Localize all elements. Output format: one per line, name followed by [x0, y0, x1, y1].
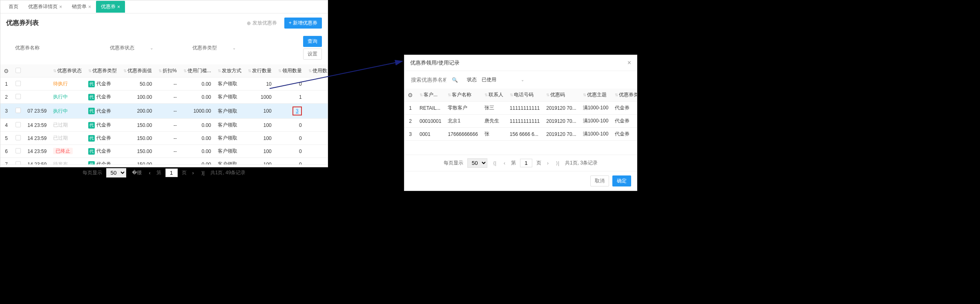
per-page-select[interactable]: 50 [467, 158, 487, 168]
page-input[interactable] [165, 169, 178, 177]
table-row[interactable]: 2 00010001 北京1 唐先生 11111111111 2019120 7… [404, 115, 637, 128]
type-badge: 代代金券 [88, 80, 111, 87]
row-checkbox[interactable] [16, 108, 21, 113]
sort-icon[interactable]: ⇅ [248, 69, 251, 73]
type-badge: 代代金券 [88, 122, 111, 129]
table-row[interactable]: 5 14 23:59 已过期 代代金券 150.00 -- 0.00 客户领取 … [0, 132, 328, 145]
sort-icon[interactable]: ⇅ [308, 69, 312, 73]
panel-filters: 🔍 状态 已使用 ⌄ [404, 71, 637, 89]
coupon-code: 2019120 70... [543, 128, 579, 141]
row-number: 4 [0, 119, 12, 132]
sort-icon[interactable]: ⇅ [278, 69, 281, 73]
row-number: 5 [0, 132, 12, 145]
search-button[interactable]: 查询 [303, 36, 322, 47]
tab-label: 首页 [9, 3, 18, 10]
filter-status-select[interactable]: ⌄ [137, 43, 186, 53]
sort-icon[interactable]: ⇅ [583, 93, 586, 97]
face-value: 150.00 [120, 119, 155, 132]
sort-icon[interactable]: ⇅ [53, 69, 56, 73]
tabs-bar: 首页优惠券详情页×销货单×优惠券× [0, 0, 328, 13]
tab[interactable]: 优惠券× [96, 1, 125, 13]
confirm-button[interactable]: 确定 [612, 175, 631, 186]
last-page-button[interactable]: ⟩| [554, 160, 561, 166]
per-page-select[interactable]: 50 [106, 168, 126, 178]
first-page-button[interactable]: �很 [130, 169, 143, 176]
first-page-button[interactable]: ⟨| [491, 160, 498, 166]
settings-button[interactable]: 设置 [303, 49, 322, 60]
gear-icon[interactable] [4, 69, 9, 74]
coupon-topic: 满1000-100 [580, 128, 612, 141]
row-checkbox[interactable] [16, 94, 21, 99]
coupon-type: 代金券 [612, 115, 637, 128]
search-icon[interactable]: 🔍 [452, 77, 458, 83]
sort-icon[interactable]: ⇅ [510, 93, 513, 97]
table-row[interactable]: 1 RETAIL... 零散客户 张三 11111111111 2019120 … [404, 102, 637, 115]
received-link[interactable]: 3 [296, 108, 299, 114]
cancel-button[interactable]: 取消 [590, 175, 609, 186]
row-checkbox[interactable] [16, 135, 21, 140]
coupon-code: 2019120 70... [543, 102, 579, 115]
column-header: 客户名称 [452, 92, 471, 98]
last-page-button[interactable]: ⟩| [200, 170, 206, 176]
sort-icon[interactable]: ⇅ [158, 69, 162, 73]
threshold: 0.00 [180, 132, 214, 145]
sort-icon[interactable]: ⇅ [123, 69, 127, 73]
table-row[interactable]: 6 14 23:59 已终止 代代金券 150.00 -- 0.00 客户领取 … [0, 145, 328, 158]
discount: -- [155, 91, 180, 104]
distribute-coupon-button[interactable]: ⊕ 发放优惠券 [243, 18, 281, 28]
status-badge: 待发布 [53, 161, 68, 164]
next-page-button[interactable]: › [545, 160, 550, 166]
close-icon[interactable]: × [59, 4, 62, 10]
table-row[interactable]: 2 执行中 代代金券 100.00 -- 0.00 客户领取 1000 1 0 [0, 91, 328, 104]
pagination: 每页显示 50 �很 ‹ 第 页 › ⟩| 共1页, 49条记录 [0, 164, 328, 181]
filter-name-input[interactable] [42, 43, 103, 53]
panel-search-input[interactable] [410, 75, 447, 84]
column-header: 发放方式 [222, 68, 241, 73]
tab[interactable]: 首页 [4, 1, 23, 13]
sort-icon[interactable]: ⇅ [448, 93, 451, 97]
received-count: 0 [275, 132, 305, 145]
row-checkbox[interactable] [16, 148, 21, 153]
pagination-summary: 共1页, 49条记录 [210, 169, 246, 176]
table-row[interactable]: 1 待执行 代代金券 50.00 -- 0.00 客户领取 10 0 0 [0, 78, 328, 91]
close-icon[interactable]: × [88, 4, 91, 10]
method: 客户领取 [214, 132, 245, 145]
table-row[interactable]: 3 0001 17666666666 张 156 6666 6... 20191… [404, 128, 637, 141]
sort-icon[interactable]: ⇅ [183, 69, 187, 73]
sort-icon[interactable]: ⇅ [484, 93, 488, 97]
row-checkbox[interactable] [16, 81, 21, 86]
tab[interactable]: 销货单× [67, 1, 96, 13]
sort-icon[interactable]: ⇅ [615, 93, 618, 97]
table-row[interactable]: 3 07 23:59 执行中 代代金券 200.00 -- 1000.00 客户… [0, 104, 328, 119]
voucher-icon: 代 [88, 122, 95, 129]
next-page-button[interactable]: › [191, 170, 196, 176]
gear-icon[interactable] [408, 93, 413, 98]
issued-count: 100 [245, 119, 275, 132]
prev-page-button[interactable]: ‹ [147, 170, 152, 176]
tab[interactable]: 优惠券详情页× [23, 1, 67, 13]
filter-type-select[interactable]: ⌄ [219, 43, 268, 53]
close-icon[interactable]: × [627, 59, 631, 67]
table-row[interactable]: 4 14 23:59 已过期 代代金券 150.00 -- 0.00 客户领取 … [0, 119, 328, 132]
voucher-icon: 代 [88, 94, 95, 100]
issued-count: 10 [245, 78, 275, 91]
close-icon[interactable]: × [117, 4, 120, 10]
table-wrapper: ⇅优惠券状态⇅优惠券类型⇅优惠券面值⇅折扣%⇅使用门槛...⇅发放方式⇅发行数量… [0, 64, 328, 164]
discount: -- [155, 145, 180, 158]
received-count-highlight: 3 [292, 107, 302, 115]
sort-icon[interactable]: ⇅ [546, 93, 549, 97]
add-coupon-button[interactable]: + 新增优惠券 [284, 18, 322, 29]
sort-icon[interactable]: ⇅ [218, 69, 221, 73]
row-checkbox[interactable] [16, 161, 21, 165]
chevron-down-icon: ⌄ [232, 46, 236, 50]
sort-icon[interactable]: ⇅ [420, 93, 423, 97]
panel-status-select[interactable]: 已使用 ⌄ [482, 76, 524, 83]
table-row[interactable]: 7 14 23:59 待发布 代代金券 150.00 -- 0.00 客户领取 … [0, 158, 328, 165]
customer-code: 00010001 [416, 115, 444, 128]
page-input[interactable] [520, 159, 532, 167]
filter-actions: 查询 设置 [303, 36, 322, 60]
row-checkbox[interactable] [16, 122, 21, 127]
prev-page-button[interactable]: ‹ [502, 160, 507, 166]
sort-icon[interactable]: ⇅ [88, 69, 92, 73]
select-all-checkbox[interactable] [16, 68, 21, 73]
